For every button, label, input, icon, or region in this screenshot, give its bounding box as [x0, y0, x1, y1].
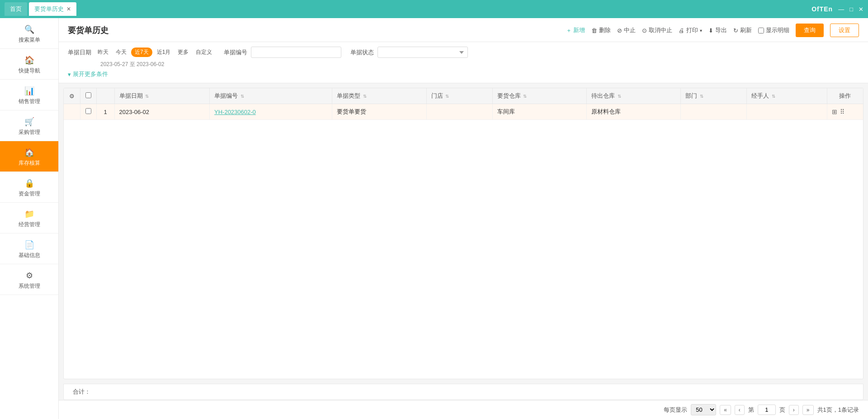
- delete-button[interactable]: 🗑 删除: [591, 26, 611, 34]
- tab-home-label: 首页: [10, 5, 22, 13]
- display-detail-input[interactable]: [758, 28, 764, 33]
- cancel-stop-label: 取消中止: [649, 26, 672, 34]
- doc-number-link[interactable]: YH-20230602-0: [214, 109, 256, 115]
- date-btn-custom[interactable]: 自定义: [193, 48, 215, 57]
- table-row: 1 2023-06-02 YH-20230602-0 要货单要货 车间库 原材料…: [64, 104, 863, 120]
- th-handler[interactable]: 经手人 ⇅: [747, 88, 827, 104]
- td-doc-type: 要货单要货: [332, 104, 426, 120]
- th-doc-type[interactable]: 单据类型 ⇅: [332, 88, 426, 104]
- search-menu-icon: 🔍: [24, 24, 34, 34]
- td-store: [426, 104, 492, 120]
- date-btn-1month[interactable]: 近1月: [154, 48, 174, 57]
- finance-icon: 🔒: [24, 178, 34, 188]
- system-mgmt-icon: ⚙: [26, 271, 33, 281]
- sidebar-item-operations-label: 经营管理: [19, 221, 40, 229]
- cancel-stop-icon: ⊙: [642, 27, 647, 34]
- export-icon: ⬇: [708, 27, 713, 34]
- print-button[interactable]: 🖨 打印 ▾: [679, 26, 702, 34]
- sidebar-item-purchase-mgmt[interactable]: 🛒 采购管理: [0, 110, 58, 141]
- table-header-row: ⚙ 单据日期 ⇅ 单据编号 ⇅: [64, 88, 863, 104]
- maximize-btn[interactable]: □: [849, 6, 853, 13]
- sidebar-item-finance[interactable]: 🔒 资金管理: [0, 172, 58, 203]
- minimize-btn[interactable]: —: [838, 6, 844, 13]
- refresh-label: 刷新: [740, 26, 752, 34]
- tab-close-icon[interactable]: ✕: [66, 6, 71, 12]
- toolbar: + 新增 🗑 删除 ⊘ 中止 ⊙ 取消中止: [567, 24, 859, 37]
- doc-status-select[interactable]: [377, 47, 468, 58]
- first-page-btn[interactable]: «: [720, 405, 731, 415]
- sidebar-item-system-mgmt[interactable]: ⚙ 系统管理: [0, 264, 58, 295]
- row-edit-icon[interactable]: ⊞: [832, 108, 837, 115]
- sidebar-item-finance-label: 资金管理: [19, 190, 40, 198]
- sidebar-item-quick-nav[interactable]: 🏠 快捷导航: [0, 49, 58, 80]
- td-num: 1: [96, 104, 114, 120]
- stop-button[interactable]: ⊘ 中止: [617, 26, 636, 34]
- close-btn[interactable]: ✕: [859, 6, 863, 13]
- sort-handler-icon: ⇅: [772, 94, 775, 99]
- top-bar: 首页 要货单历史 ✕ OfTEn — □ ✕: [0, 0, 868, 18]
- sidebar-item-operations[interactable]: 📁 经营管理: [0, 203, 58, 233]
- date-btn-today[interactable]: 今天: [113, 48, 129, 57]
- brand-label: OfTEn: [811, 5, 833, 13]
- th-req-warehouse[interactable]: 要货仓库 ⇅: [492, 88, 586, 104]
- th-doc-date[interactable]: 单据日期 ⇅: [114, 88, 210, 104]
- doc-number-input[interactable]: [251, 47, 341, 58]
- sidebar-item-system-mgmt-label: 系统管理: [19, 282, 40, 290]
- display-detail-checkbox[interactable]: 显示明细: [758, 26, 789, 34]
- sidebar-item-basic-info[interactable]: 📄 基础信息: [0, 233, 58, 264]
- setting-button[interactable]: 设置: [830, 24, 859, 37]
- date-shortcuts: 昨天 今天 近7天 近1月 更多 自定义: [95, 48, 215, 57]
- date-range-display: 2023-05-27 至 2023-06-02: [100, 61, 164, 67]
- page-size-select[interactable]: 50 10 20 100: [691, 404, 716, 415]
- sort-pending-warehouse-icon: ⇅: [618, 94, 621, 99]
- next-page-btn[interactable]: ›: [789, 405, 799, 415]
- td-handler: [747, 104, 827, 120]
- sidebar-item-search-menu-label: 搜索菜单: [19, 36, 40, 44]
- sidebar-item-inventory[interactable]: 🏠 库存核算: [0, 141, 58, 172]
- page-title-row: 要货单历史 + 新增 🗑 删除 ⊘ 中止 ⊙: [68, 24, 859, 37]
- page-input[interactable]: [758, 405, 776, 415]
- td-doc-number[interactable]: YH-20230602-0: [210, 104, 332, 120]
- td-pending-warehouse: 原材料仓库: [587, 104, 681, 120]
- td-department: [681, 104, 747, 120]
- sort-store-icon: ⇅: [445, 94, 449, 99]
- sidebar: 🔍 搜索菜单 🏠 快捷导航 📊 销售管理 🛒 采购管理 🏠 库存核算 🔒 资金管…: [0, 18, 59, 419]
- footer-sum: 合计：: [63, 384, 863, 400]
- sidebar-item-search-menu[interactable]: 🔍 搜索菜单: [0, 18, 58, 49]
- date-btn-more[interactable]: 更多: [175, 48, 191, 57]
- query-button[interactable]: 查询: [796, 24, 824, 37]
- export-button[interactable]: ⬇ 导出: [708, 26, 727, 34]
- td-actions: ⊞ ⠿: [827, 104, 863, 120]
- delete-icon: 🗑: [591, 27, 597, 34]
- tab-home[interactable]: 首页: [5, 2, 27, 16]
- row-checkbox[interactable]: [85, 108, 91, 114]
- th-department[interactable]: 部门 ⇅: [681, 88, 747, 104]
- cancel-stop-button[interactable]: ⊙ 取消中止: [642, 26, 672, 34]
- th-pending-warehouse[interactable]: 待出仓库 ⇅: [587, 88, 681, 104]
- new-icon: +: [567, 27, 571, 34]
- row-more-icon[interactable]: ⠿: [840, 108, 844, 115]
- last-page-btn[interactable]: »: [802, 405, 814, 415]
- th-gear[interactable]: ⚙: [64, 88, 80, 104]
- new-button[interactable]: + 新增: [567, 26, 585, 34]
- display-detail-label: 显示明细: [766, 26, 789, 34]
- th-store[interactable]: 门店 ⇅: [426, 88, 492, 104]
- page-header: 要货单历史 + 新增 🗑 删除 ⊘ 中止 ⊙: [59, 18, 868, 42]
- select-all-checkbox[interactable]: [85, 92, 91, 98]
- sort-doc-number-icon: ⇅: [241, 94, 244, 99]
- expand-chevron-icon: ▾: [68, 71, 71, 78]
- sort-department-icon: ⇅: [700, 94, 703, 99]
- expand-more-btn[interactable]: ▾ 展开更多条件: [68, 70, 859, 78]
- filter-docnumber-group: 单据编号: [224, 47, 341, 58]
- th-doc-number[interactable]: 单据编号 ⇅: [210, 88, 332, 104]
- prev-page-btn[interactable]: ‹: [735, 405, 745, 415]
- td-doc-date: 2023-06-02: [114, 104, 210, 120]
- date-btn-yesterday[interactable]: 昨天: [95, 48, 111, 57]
- sidebar-item-sales-mgmt[interactable]: 📊 销售管理: [0, 80, 58, 110]
- tab-requisition-history[interactable]: 要货单历史 ✕: [29, 2, 76, 16]
- operations-icon: 📁: [24, 209, 34, 219]
- refresh-button[interactable]: ↻ 刷新: [733, 26, 752, 34]
- date-btn-7days[interactable]: 近7天: [131, 48, 152, 57]
- pagination-bar: 每页显示 50 10 20 100 « ‹ 第 页 › » 共1页，1条记录: [59, 400, 868, 419]
- tab-requisition-label: 要货单历史: [34, 5, 64, 13]
